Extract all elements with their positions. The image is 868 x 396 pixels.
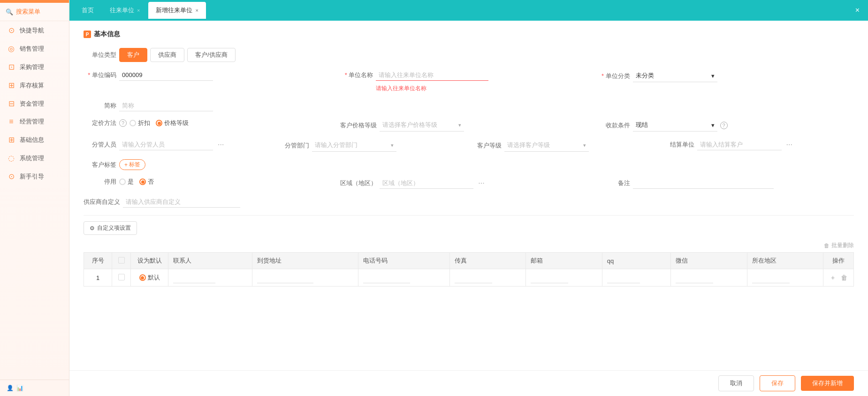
row-qq-input[interactable] [607, 272, 640, 283]
unit-name-label: 单位名称 [340, 71, 373, 79]
tab-home[interactable]: 首页 [74, 2, 101, 19]
department-select[interactable]: 请输入分管部门 ▾ [312, 139, 396, 152]
remark-input[interactable] [633, 178, 774, 189]
col-header-email: 邮箱 [526, 253, 602, 269]
payment-terms-help-icon[interactable]: ? [720, 122, 728, 129]
sidebar-item-basic-info[interactable]: ⊞ 基础信息 [0, 131, 69, 149]
short-name-input[interactable] [119, 100, 213, 111]
sidebar-item-system[interactable]: ◌ 系统管理 [0, 149, 69, 167]
window-close-btn[interactable]: × [852, 6, 863, 15]
row-wechat-input[interactable] [676, 272, 713, 283]
row-email [526, 269, 602, 287]
unit-category-select[interactable]: 未分类 ▾ [633, 70, 717, 82]
save-button[interactable]: 保存 [760, 375, 795, 391]
sidebar-item-quick-nav[interactable]: ⊙ 快捷导航 [0, 21, 69, 39]
manager-input[interactable] [119, 139, 213, 150]
select-all-checkbox[interactable] [118, 257, 125, 264]
customer-level-group: 客户等级 请选择客户等级 ▾ [469, 139, 662, 152]
tab-contacts[interactable]: 往来单位 × [102, 2, 147, 19]
save-new-button[interactable]: 保存并新增 [801, 376, 854, 391]
row-location [747, 269, 823, 287]
department-placeholder: 请输入分管部门 [315, 141, 358, 149]
sidebar-search[interactable]: 🔍 搜索菜单 [0, 3, 69, 21]
delete-row-btn[interactable]: 🗑 [839, 273, 849, 282]
col-header-address: 到货地址 [252, 253, 358, 269]
tab-new-contact[interactable]: 新增往来单位 × [148, 2, 206, 19]
trash-icon: 🗑 [824, 242, 830, 249]
short-name-label: 简称 [84, 101, 116, 110]
sidebar-item-inventory[interactable]: ⊞ 库存核算 [0, 76, 69, 94]
col-header-seq: 序号 [84, 253, 112, 269]
add-tag-btn[interactable]: + 标签 [119, 159, 145, 170]
batch-delete-label[interactable]: 批量删除 [831, 241, 854, 249]
section-title-icon: P [84, 31, 91, 38]
add-row-btn[interactable]: + [828, 273, 838, 282]
row-default-radio[interactable]: 默认 [136, 273, 163, 282]
tags-label: 客户标签 [84, 161, 116, 169]
search-icon: 🔍 [6, 8, 13, 16]
unit-code-label: 单位编码 [84, 71, 116, 79]
pricing-level-label: 价格等级 [164, 119, 189, 127]
code-name-category-wrapper: 单位编码 单位名称 请输入往来单位名称 单位分类 未分类 ▾ [84, 70, 854, 93]
chevron-down-icon5: ▾ [583, 142, 586, 148]
row-checkbox[interactable] [118, 274, 125, 280]
row-contact-input[interactable] [173, 272, 215, 283]
cancel-button[interactable]: 取消 [718, 375, 754, 391]
unit-btn-both[interactable]: 客户/供应商 [187, 48, 236, 62]
row-fax-input[interactable] [455, 272, 492, 283]
unit-btn-customer[interactable]: 客户 [119, 48, 147, 62]
custom-settings-btn[interactable]: ⚙ 自定义项设置 [84, 221, 137, 235]
region-label: 区域（地区） [340, 179, 377, 187]
unit-category-group: 单位分类 未分类 ▾ [597, 70, 854, 82]
sidebar-item-label: 采购管理 [20, 63, 44, 71]
manager-group: 分管人员 ··· [84, 139, 276, 150]
disabled-radio-no[interactable]: 否 [139, 178, 154, 186]
col-header-location: 所在地区 [747, 253, 823, 269]
divider [84, 215, 854, 216]
row-address-input[interactable] [257, 272, 313, 283]
payment-terms-select[interactable]: 现结 ▾ [633, 119, 717, 132]
unit-name-input[interactable] [376, 70, 488, 81]
customer-level-label: 客户等级 [469, 141, 502, 150]
unit-btn-supplier[interactable]: 供应商 [150, 48, 184, 62]
sidebar-item-finance[interactable]: ⊟ 资金管理 [0, 94, 69, 113]
contacts-table: 序号 设为默认 联系人 到货地址 电话号码 传真 邮箱 qq 微信 所在地区 操… [84, 252, 854, 287]
manager-dots-btn[interactable]: ··· [216, 140, 226, 149]
custom-settings-label: 自定义项设置 [97, 224, 131, 232]
tab-home-label: 首页 [82, 6, 94, 15]
row-phone-input[interactable] [363, 272, 410, 283]
row-seq: 1 [84, 269, 112, 287]
purchase-icon: ⊡ [7, 62, 16, 71]
row-email-input[interactable] [531, 272, 568, 283]
pricing-help-icon[interactable]: ? [119, 119, 127, 127]
pricing-radio-discount[interactable]: 折扣 [129, 119, 150, 127]
region-dots-btn[interactable]: ··· [476, 179, 486, 187]
remark-label: 备注 [597, 179, 630, 187]
tab-contacts-close[interactable]: × [137, 8, 140, 13]
disabled-radio-yes[interactable]: 是 [119, 178, 134, 186]
sidebar-item-guide[interactable]: ⊙ 新手引导 [0, 167, 69, 186]
customer-price-level-select[interactable]: 请选择客户价格等级 ▾ [380, 119, 464, 132]
remark-group: 备注 [597, 178, 854, 189]
settlement-dots-btn[interactable]: ··· [784, 140, 794, 149]
short-name-group: 简称 [84, 100, 854, 111]
customer-level-select[interactable]: 请选择客户等级 ▾ [504, 139, 589, 152]
pricing-radio-level[interactable]: 价格等级 [156, 119, 189, 127]
unit-code-input[interactable] [119, 70, 213, 81]
sidebar-item-label: 销售管理 [20, 45, 44, 53]
radio-circle-yes [119, 179, 126, 185]
region-group: 区域（地区） ··· [340, 178, 597, 189]
disabled-radio-group: 是 否 [119, 178, 154, 186]
sidebar-item-operations[interactable]: ≡ 经营管理 [0, 113, 69, 131]
sidebar-item-sales[interactable]: ◎ 销售管理 [0, 39, 69, 58]
row-location-input[interactable] [752, 272, 790, 283]
inventory-icon: ⊞ [7, 81, 16, 90]
supplier-custom-input[interactable] [123, 196, 240, 208]
tab-new-contact-close[interactable]: × [195, 8, 198, 13]
guide-icon: ⊙ [7, 172, 16, 181]
col-header-fax: 传真 [449, 253, 525, 269]
region-input[interactable] [380, 178, 473, 189]
settlement-unit-input[interactable] [697, 139, 782, 150]
sidebar-item-purchase[interactable]: ⊡ 采购管理 [0, 58, 69, 76]
row-wechat [671, 269, 747, 287]
